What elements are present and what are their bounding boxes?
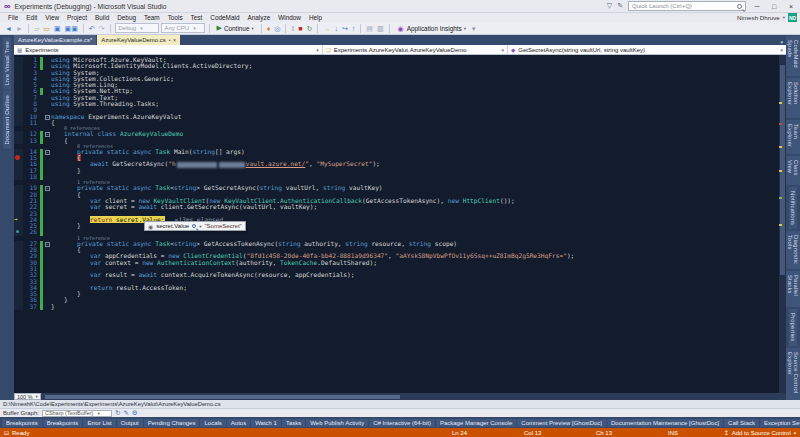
- code-editor[interactable]: 1using Microsoft.Azure.KeyVault;2using M…: [14, 55, 786, 393]
- debugger-datatip[interactable]: ◉ secret.Value ▾ "SomeSecret": [144, 221, 246, 231]
- restore-button[interactable]: □: [768, 1, 780, 12]
- continue-button[interactable]: ▶Continue▾: [214, 23, 257, 34]
- tool-tab-source-control-explorer[interactable]: Source Control Explorer: [786, 348, 800, 400]
- menu-edit[interactable]: Edit: [22, 14, 41, 21]
- filter-icon[interactable]: ▽: [607, 2, 612, 10]
- panel-tab-locals[interactable]: Locals: [200, 419, 225, 427]
- tool-tab-team-explorer[interactable]: Team Explorer: [786, 120, 800, 155]
- code-line[interactable]: 13{: [14, 138, 786, 144]
- panel-tab-pending-changes[interactable]: Pending Changes: [144, 419, 200, 427]
- tool-tab-properties[interactable]: Properties: [789, 309, 797, 345]
- panel-tab-breakpoints[interactable]: Breakpoints: [2, 419, 42, 427]
- step-over-icon[interactable]: ↪: [341, 23, 349, 34]
- editor-horizontal-scrollbar[interactable]: 100 % ▾: [14, 393, 786, 400]
- breakpoint-icon[interactable]: [15, 155, 20, 160]
- menu-codemaid[interactable]: CodeMaid: [206, 14, 243, 21]
- toolbar-overflow-icon[interactable]: ▾: [471, 23, 477, 34]
- panel-tab-package-manager-console[interactable]: Package Manager Console: [436, 419, 516, 427]
- code-line[interactable]: 18: [14, 174, 786, 180]
- fold-margin[interactable]: [43, 229, 51, 235]
- document-tab[interactable]: AzureKeyValueExample.cs*: [14, 35, 96, 45]
- tool-tab-document-outline[interactable]: Document Outline: [3, 91, 11, 149]
- menu-file[interactable]: File: [4, 14, 22, 21]
- menu-build[interactable]: Build: [91, 14, 113, 21]
- code-line[interactable]: 37}: [14, 304, 786, 310]
- find-icon[interactable]: ◎: [273, 23, 281, 34]
- user-name[interactable]: Nimesh Dhruve: [737, 14, 780, 21]
- panel-tab-autos[interactable]: Autos: [227, 419, 250, 427]
- menu-view[interactable]: View: [41, 14, 63, 21]
- breakpoint-margin[interactable]: [14, 120, 23, 126]
- solution-config-dropdown[interactable]: Debug▾: [115, 23, 159, 33]
- menu-tools[interactable]: Tools: [164, 14, 187, 21]
- menu-window[interactable]: Window: [274, 14, 305, 21]
- breakpoint-margin[interactable]: [14, 138, 23, 144]
- menu-help[interactable]: Help: [305, 14, 326, 21]
- project-dropdown[interactable]: ▦ Experiments ▾: [14, 45, 323, 54]
- menu-team[interactable]: Team: [140, 14, 164, 21]
- fold-margin[interactable]: [43, 304, 51, 310]
- tool-tab-diagnostic-tools[interactable]: Diagnostic Tools: [786, 231, 800, 269]
- breakpoint-margin[interactable]: [14, 174, 23, 180]
- close-button[interactable]: ×: [785, 1, 797, 12]
- open-file-icon[interactable]: ▭: [42, 23, 51, 34]
- panel-tab-comment-preview-ghostdoc-[interactable]: Comment Preview [GhostDoc]: [517, 419, 606, 427]
- fold-margin[interactable]: [43, 120, 51, 126]
- quick-launch-input[interactable]: Quick Launch (Ctrl+Q): [628, 1, 746, 11]
- pin-icon[interactable]: ◉: [148, 223, 153, 230]
- menu-debug[interactable]: Debug: [113, 14, 140, 21]
- chevron-up-icon[interactable]: ▴: [794, 430, 796, 435]
- step-into-icon[interactable]: ↓: [333, 23, 339, 34]
- panel-tab-c-interactive-64-bit-[interactable]: C# Interactive (64-bit): [369, 419, 435, 427]
- type-dropdown[interactable]: ❏ Experiments.AzureKeyValut.AzureKeyValu…: [323, 45, 508, 54]
- solution-platform-dropdown[interactable]: Any CPU▾: [161, 23, 205, 33]
- collapse-icon[interactable]: −: [45, 242, 50, 247]
- code-line[interactable]: 11{: [14, 120, 786, 126]
- zoom-dropdown[interactable]: 100 % ▾: [14, 393, 41, 400]
- code-line[interactable]: 26: [14, 229, 786, 235]
- tool-tab-class-view[interactable]: Class View: [786, 156, 800, 184]
- panel-tab-exception-settings[interactable]: Exception Settings: [760, 419, 800, 427]
- panel-tab-call-stack[interactable]: Call Stack: [724, 419, 759, 427]
- panel-tab-error-list[interactable]: Error List: [83, 419, 115, 427]
- save-all-icon[interactable]: ▣▣: [64, 23, 79, 34]
- tool-tab-parallel-stacks[interactable]: Parallel Stacks: [786, 271, 800, 307]
- avatar[interactable]: ND: [788, 13, 797, 22]
- scrollbar-thumb[interactable]: [45, 395, 400, 399]
- panel-tab-documentation-maintenance-ghostdoc-[interactable]: Documentation Maintenance [GhostDoc]: [607, 419, 723, 427]
- document-tab[interactable]: AzureKeyValueDemo.cs•×: [97, 35, 180, 45]
- buffer-graph-dropdown[interactable]: CSharp (TextBuffer) ▾: [42, 410, 112, 417]
- restart-icon[interactable]: ↻: [306, 23, 314, 34]
- settings-gear-icon[interactable]: ⚙: [132, 409, 138, 417]
- panel-tab-tasks[interactable]: Tasks: [282, 419, 305, 427]
- undo-icon[interactable]: ↶: [88, 23, 96, 34]
- editor-vertical-scrollbar[interactable]: [779, 55, 786, 393]
- close-icon[interactable]: ×: [173, 37, 177, 43]
- collapse-icon[interactable]: −: [45, 186, 50, 191]
- panel-tab-watch-1[interactable]: Watch 1: [251, 419, 281, 427]
- tool-tab-codemaid-spade[interactable]: CodeMaid Spade: [786, 36, 800, 76]
- tool-tab-live-visual-tree[interactable]: Live Visual Tree: [3, 37, 11, 89]
- show-next-statement-icon[interactable]: →: [322, 23, 331, 34]
- menu-test[interactable]: Test: [187, 14, 207, 21]
- edit-icon[interactable]: ✎: [123, 409, 128, 417]
- user-menu-caret-icon[interactable]: ▾: [783, 15, 785, 20]
- panel-tab-web-publish-activity[interactable]: Web Publish Activity: [306, 419, 368, 427]
- add-to-source-control-button[interactable]: Add to Source Control: [732, 430, 791, 436]
- fold-margin[interactable]: [43, 138, 51, 144]
- member-dropdown[interactable]: ◆ GetSecretAsync(string vaultUrl, string…: [508, 45, 786, 54]
- save-icon[interactable]: ▣: [53, 23, 62, 34]
- step-out-icon[interactable]: ↑: [351, 23, 357, 34]
- collapse-icon[interactable]: −: [45, 132, 50, 137]
- panel-tab-output[interactable]: Output: [117, 419, 143, 427]
- refresh-icon[interactable]: ↻: [115, 409, 120, 417]
- minimize-button[interactable]: ─: [751, 1, 763, 12]
- collapse-icon[interactable]: −: [45, 115, 50, 120]
- menu-project[interactable]: Project: [63, 14, 91, 21]
- codemaid-cleanup-icon[interactable]: ♦: [266, 23, 272, 34]
- collapse-icon[interactable]: −: [45, 150, 50, 155]
- breakpoint-margin[interactable]: [14, 229, 23, 235]
- nav-back-icon[interactable]: ◄: [4, 23, 13, 34]
- application-insights-dropdown[interactable]: ◉Application Insights▾: [394, 23, 469, 34]
- breakpoint-margin[interactable]: [14, 304, 23, 310]
